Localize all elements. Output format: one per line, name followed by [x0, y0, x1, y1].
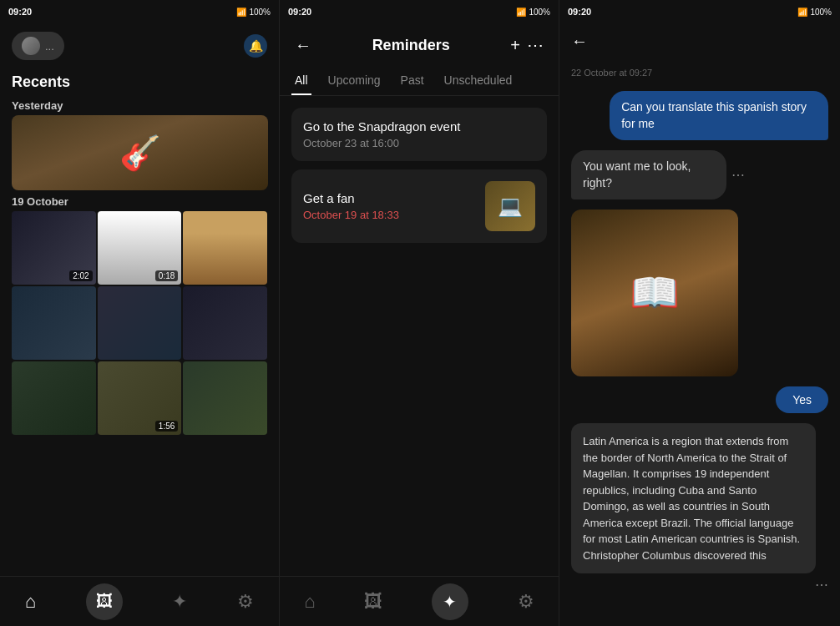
chat-row-sent-1: Can you translate this spanish story for…: [571, 91, 828, 140]
chat-panel: 09:20 📶 100% ← 22 October at 09:27 Can y…: [559, 0, 840, 626]
reminder-image-2: 💻: [485, 181, 535, 231]
reminders-back-button[interactable]: ←: [291, 33, 315, 58]
reminder-img-icon: 💻: [485, 181, 535, 231]
chat-bubble-yes: Yes: [776, 386, 828, 413]
status-time-3: 09:20: [568, 7, 591, 17]
photo-thumb[interactable]: [98, 286, 182, 360]
chat-messages: 22 October at 09:27 Can you translate th…: [559, 59, 840, 626]
chat-bubble-long-text: Latin America is a region that extends f…: [571, 423, 816, 573]
chat-row-sent-yes: Yes: [571, 386, 828, 413]
status-bar-photos: 09:20 📶 100%: [0, 0, 279, 23]
chat-header: ←: [559, 23, 840, 59]
tab-all[interactable]: All: [291, 67, 311, 95]
october-label: 19 October: [0, 190, 279, 211]
chat-bubble-received-1: You want me to look, right?: [571, 150, 726, 199]
logo-icon: [22, 37, 40, 55]
photo-grid-row3: 1:56: [0, 361, 279, 435]
photos-bottom-nav: ⌂ 🖼 ✦ ⚙: [0, 576, 279, 626]
reminder-card-1-content: Go to the Snapdragon event October 23 at…: [303, 119, 460, 149]
chat-row-received-1: You want me to look, right? ⋯: [571, 150, 828, 199]
reminders-nav-settings[interactable]: ⚙: [518, 591, 534, 613]
photo-thumb[interactable]: 2:02: [12, 211, 96, 285]
chat-options-dots-2[interactable]: ⋯: [815, 577, 828, 593]
reminder-card-2[interactable]: Get a fan October 19 at 18:33 💻: [291, 169, 547, 243]
reminders-nav-home[interactable]: ⌂: [304, 591, 315, 613]
chat-bubble-sent-1: Can you translate this spanish story for…: [610, 91, 828, 140]
duration-badge: 0:18: [155, 270, 178, 281]
nav-settings[interactable]: ⚙: [237, 591, 254, 613]
status-icons-1: 📶 100%: [236, 8, 271, 17]
reminders-more-button[interactable]: ⋯: [524, 32, 547, 58]
status-bar-reminders: 09:20 📶 100%: [280, 0, 559, 23]
reminder-title-1: Go to the Snapdragon event: [303, 119, 460, 134]
recents-title: Recents: [0, 65, 279, 94]
photo-thumb[interactable]: [183, 361, 267, 435]
logo-dots: ...: [45, 40, 54, 53]
duration-badge: 1:56: [155, 421, 178, 432]
photo-thumb[interactable]: [183, 211, 267, 285]
reminders-title: Reminders: [315, 37, 507, 54]
reminders-nav-magic[interactable]: ✦: [432, 583, 468, 620]
photo-thumb[interactable]: 1:56: [98, 361, 182, 435]
reminders-add-button[interactable]: +: [507, 33, 524, 58]
photos-logo[interactable]: ...: [12, 32, 64, 60]
reminder-card-2-content: Get a fan October 19 at 18:33: [303, 191, 399, 221]
chat-row-image: 📖: [571, 210, 828, 376]
reminders-bottom-nav: ⌂ 🖼 ✦ ⚙: [280, 576, 559, 626]
reminder-title-2: Get a fan: [303, 191, 399, 205]
photos-panel: 09:20 📶 100% ... 🔔 Recents Yesterday 19 …: [0, 0, 280, 626]
tab-unscheduled[interactable]: Unscheduled: [441, 67, 516, 95]
chat-meta-1: You want me to look, right? ⋯: [571, 150, 753, 199]
reminders-panel: 09:20 📶 100% ← Reminders + ⋯ All Upcomin…: [280, 0, 559, 626]
chat-options-dots-1[interactable]: ⋯: [731, 167, 745, 183]
photo-thumb[interactable]: [183, 286, 267, 360]
chat-back-button[interactable]: ←: [571, 32, 588, 51]
photo-grid-row1: 2:02 0:18: [0, 211, 279, 285]
yesterday-label: Yesterday: [0, 94, 279, 115]
status-time-1: 09:20: [8, 7, 32, 17]
tab-upcoming[interactable]: Upcoming: [325, 67, 384, 95]
guitar-photo[interactable]: [12, 115, 268, 190]
nav-photos[interactable]: 🖼: [86, 583, 123, 620]
photo-grid-row2: [0, 286, 279, 360]
photos-header: ... 🔔: [0, 23, 279, 65]
reminder-date-2: October 19 at 18:33: [303, 209, 399, 221]
bell-icon[interactable]: 🔔: [244, 34, 267, 58]
photo-thumb[interactable]: [12, 361, 96, 435]
tab-past[interactable]: Past: [397, 67, 428, 95]
reminders-tabs: All Upcoming Past Unscheduled: [280, 67, 559, 96]
status-icons-3: 📶 100%: [797, 8, 832, 17]
nav-magic[interactable]: ✦: [172, 591, 187, 613]
reminder-card-1[interactable]: Go to the Snapdragon event October 23 at…: [291, 108, 547, 161]
chat-image-book[interactable]: 📖: [571, 210, 738, 376]
reminders-list: Go to the Snapdragon event October 23 at…: [280, 96, 559, 576]
chat-row-received-long: Latin America is a region that extends f…: [571, 423, 828, 593]
status-time-2: 09:20: [288, 7, 311, 17]
photo-thumb[interactable]: [12, 286, 96, 360]
reminders-nav-photos[interactable]: 🖼: [364, 591, 382, 613]
nav-home[interactable]: ⌂: [25, 591, 36, 613]
reminder-date-1: October 23 at 16:00: [303, 137, 460, 149]
status-icons-2: 📶 100%: [516, 8, 550, 17]
status-bar-chat: 09:20 📶 100%: [559, 0, 840, 23]
chat-timestamp: 22 October at 09:27: [571, 68, 828, 78]
reminders-header: ← Reminders + ⋯: [280, 23, 559, 67]
photo-thumb[interactable]: 0:18: [98, 211, 182, 285]
duration-badge: 2:02: [69, 270, 92, 281]
